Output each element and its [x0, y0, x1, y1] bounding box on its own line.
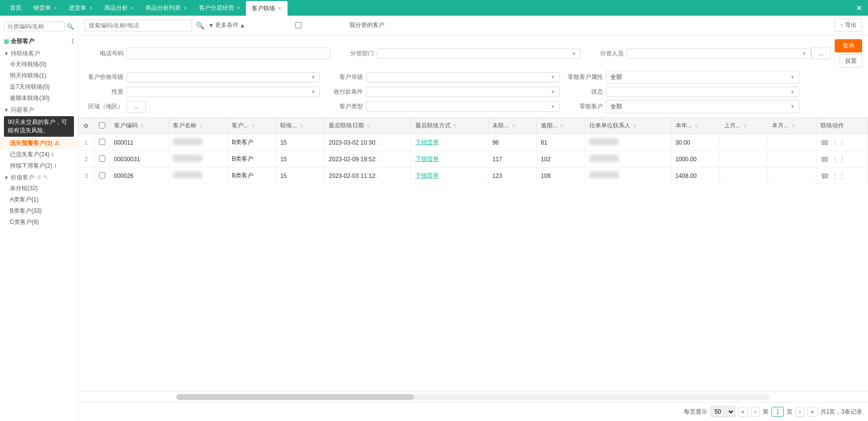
col-code[interactable]: 客户编码 ⇅ — [110, 118, 169, 134]
col-name[interactable]: 客户名称 ⇅ — [169, 118, 227, 134]
col-last-date[interactable]: 最后联络日期 ⇅ — [325, 118, 411, 134]
phone-input[interactable] — [126, 48, 331, 59]
sort-name-icon: ⇅ — [199, 124, 203, 128]
query-button[interactable]: 查询 — [835, 39, 862, 52]
my-customer-checkbox-label[interactable]: 我分管的客户 — [249, 21, 385, 29]
sidebar-group-problem[interactable]: ▼ 问题客户 — [0, 104, 78, 115]
sidebar-item-class-b[interactable]: B类客户(33) — [0, 205, 78, 217]
sidebar-item-class-a[interactable]: A类客户(1) — [0, 194, 78, 205]
search-input[interactable] — [84, 20, 192, 31]
region-ellipsis[interactable]: ... — [126, 101, 146, 113]
more-icon-2[interactable]: ⋮⋮ — [832, 172, 845, 180]
col-checkbox[interactable] — [94, 118, 110, 134]
close-purchase-tab[interactable]: × — [89, 5, 92, 11]
edit-icon[interactable]: ✎ — [43, 174, 48, 181]
cell-last-method-1[interactable]: 下销货单 — [411, 151, 488, 168]
col-this-year[interactable]: 本年... ⇅ — [671, 118, 720, 134]
col-last-month[interactable]: 上月... ⇅ — [720, 118, 768, 134]
scrollbar-track[interactable] — [176, 394, 770, 400]
nature-select[interactable]: ▼ — [126, 87, 320, 97]
price-tier-select[interactable]: ▼ — [126, 72, 320, 82]
customer-tier-select[interactable]: ▼ — [366, 72, 559, 82]
close-sales-tab[interactable]: × — [54, 5, 57, 11]
cell-last-month-0 — [720, 134, 768, 151]
sidebar-item-today[interactable]: 今天待联络(0) — [0, 59, 78, 70]
tab-analysis-list[interactable]: 商品分析列表 × — [140, 0, 193, 16]
close-analysis-tab[interactable]: × — [131, 5, 134, 11]
customer-table: ⚙ 客户编码 ⇅ 客户名称 ⇅ — [78, 118, 868, 184]
col-type[interactable]: 客户... ⇅ — [228, 118, 276, 134]
filter-manager: 分管人员 ▼ ... — [584, 48, 831, 59]
search-button[interactable]: 🔍 — [196, 22, 204, 29]
close-customer-contact-tab[interactable]: × — [278, 5, 281, 11]
cell-last-month-2 — [720, 168, 768, 184]
settings-button[interactable]: 设置 — [840, 54, 862, 68]
sidebar-group-pending[interactable]: ▼ 待联络客户 — [0, 48, 78, 59]
cell-checkbox-2[interactable] — [94, 168, 110, 184]
col-uncontacted[interactable]: 未联... ⇅ — [488, 118, 537, 134]
col-this-month[interactable]: 本月... ⇅ — [768, 118, 817, 134]
sidebar-item-tomorrow[interactable]: 明天待联络(1) — [0, 70, 78, 81]
filter-customer-tier: 客户等级 ▼ — [324, 72, 559, 82]
close-customer-tier-tab[interactable]: × — [237, 5, 240, 11]
tab-customer-tier[interactable]: 客户分层经营 × — [193, 0, 246, 16]
cell-checkbox-0[interactable] — [94, 134, 110, 151]
tab-analysis[interactable]: 商品分析 × — [98, 0, 140, 16]
refresh-icon[interactable]: ↺ — [36, 174, 41, 181]
status-select[interactable]: ▼ — [606, 87, 799, 97]
tab-sales[interactable]: 销货单 × — [27, 0, 63, 16]
more-icon-1[interactable]: ⋮⋮ — [832, 155, 845, 163]
col-contact[interactable]: 联络... ⇅ — [276, 118, 325, 134]
sidebar-item-class-c[interactable]: C类客户(6) — [0, 217, 78, 228]
sidebar-item-churn-warning[interactable]: 流失预警客户(3) ⚠ — [0, 138, 78, 149]
sidebar-search-input[interactable] — [4, 22, 65, 31]
retail-attr-select[interactable]: 全部 ▼ — [606, 71, 799, 84]
col-contact2[interactable]: 往来单位联系人 ⇅ — [585, 118, 671, 134]
next-page-button[interactable]: › — [796, 407, 804, 417]
tab-home[interactable]: 首页 — [4, 0, 27, 16]
tab-purchase[interactable]: 进货单 × — [63, 0, 98, 16]
col-last-method[interactable]: 最后联络方式 ⇅ — [411, 118, 488, 134]
sidebar-item-overdue[interactable]: 逾期未联络(30) — [0, 93, 78, 104]
contact-icon-0[interactable]: ☎ — [820, 139, 829, 147]
more-icon-0[interactable]: ⋮⋮ — [832, 139, 845, 147]
manager-ellipsis[interactable]: ... — [811, 48, 831, 59]
payment-select[interactable]: ▼ — [366, 87, 559, 97]
cell-last-date-0: 2023-03-02 10:30: — [325, 134, 411, 151]
sidebar-item-7days[interactable]: 近7天待联络(0) — [0, 81, 78, 93]
cell-last-method-0[interactable]: 下销货单 — [411, 134, 488, 151]
export-button[interactable]: ↑ 导出 — [835, 19, 862, 32]
cell-last-method-2[interactable]: 下销货单 — [411, 168, 488, 184]
dept-select[interactable]: ▼ — [377, 49, 581, 59]
cell-checkbox-1[interactable] — [94, 151, 110, 168]
manager-select[interactable]: ▼ — [627, 49, 811, 59]
col-overdue[interactable]: 逾期... ⇅ — [537, 118, 585, 134]
prev-page-button[interactable]: ‹ — [751, 407, 760, 417]
my-customer-checkbox[interactable] — [249, 22, 347, 28]
sidebar-item-declining[interactable]: 持续下滑客户(2) ℹ — [0, 160, 78, 172]
contact-icon-1[interactable]: ☎ — [820, 155, 829, 163]
col-settings[interactable]: ⚙ — [78, 118, 94, 134]
settings-icon[interactable]: ⚙ — [83, 123, 89, 129]
retail-customer-select[interactable]: 全部 ▼ — [606, 100, 799, 113]
close-all-tabs[interactable]: ✕ — [856, 3, 862, 13]
cell-last-date-2: 2023-02-03 11:12: — [325, 168, 411, 184]
contact-icon-2[interactable]: ☎ — [820, 172, 829, 180]
sidebar-all-customers[interactable]: ⊞ 全部客户 《 — [0, 35, 78, 48]
triangle-icon-2: ▼ — [4, 107, 9, 113]
first-page-button[interactable]: « — [738, 407, 748, 417]
more-filter-toggle[interactable]: ▼ 更多条件 ▲ — [208, 21, 245, 29]
sidebar-item-ungrouped[interactable]: 未分组(32) — [0, 183, 78, 194]
scrollbar-thumb[interactable] — [176, 394, 414, 400]
filter-phone: 电话号码 — [84, 48, 331, 59]
horizontal-scrollbar[interactable] — [78, 392, 868, 402]
last-page-button[interactable]: » — [807, 407, 818, 417]
tab-customer-contact[interactable]: 客户联络 × — [246, 1, 287, 16]
sidebar-search-icon[interactable]: 🔍 — [67, 23, 74, 30]
select-all-checkbox[interactable] — [99, 122, 105, 128]
customer-type-select[interactable]: ▼ — [366, 101, 559, 112]
sidebar-item-churned[interactable]: 已流失客户(24) ℹ — [0, 149, 78, 160]
per-page-select[interactable]: 50 100 200 — [710, 406, 735, 417]
sidebar-group-value[interactable]: ▼ 价值客户 ↺ ✎ — [0, 172, 78, 183]
close-analysis-list-tab[interactable]: × — [184, 5, 187, 11]
